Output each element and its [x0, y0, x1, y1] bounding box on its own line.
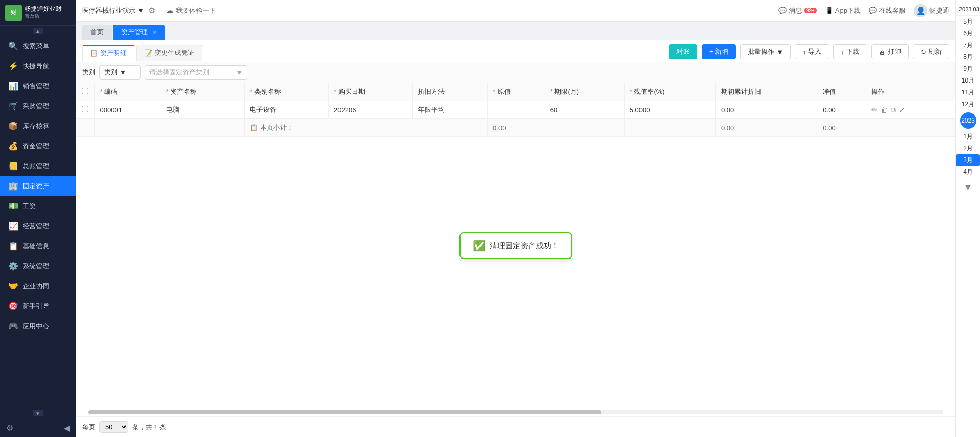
sidebar-item-label: 企业协同 [23, 282, 49, 291]
feedback-button[interactable]: ☁ 我要体验一下 [166, 6, 216, 15]
more-icon[interactable]: ⤢ [899, 106, 905, 114]
scrollbar-thumb [88, 410, 601, 414]
prev-month-6[interactable]: 6月 [956, 28, 980, 39]
sidebar-item-label: 工资 [23, 202, 36, 211]
reconcile-button[interactable]: 对账 [669, 44, 697, 59]
subtotal-empty-code [94, 119, 161, 137]
app-download-button[interactable]: 📱 App下载 [825, 6, 861, 15]
logo-icon: 财 [5, 5, 22, 21]
subtotal-empty-residual [624, 119, 715, 137]
row-checkbox[interactable] [82, 106, 88, 112]
sidebar-scroll-up[interactable]: ▲ [0, 26, 76, 36]
tab-asset-mgmt[interactable]: 资产管理 × [113, 25, 165, 40]
subtotal-empty-check [76, 119, 94, 137]
sidebar-item-operations[interactable]: 📈 经营管理 [0, 216, 76, 236]
panel-down-arrow[interactable]: ▼ [964, 182, 973, 193]
search-icon: 🔍 [8, 41, 18, 51]
sub-tab-asset-detail[interactable]: 📋 资产明细 [82, 45, 134, 62]
print-label: 打印 [888, 47, 901, 56]
sidebar-item-fixed-assets[interactable]: 🏢 固定资产 [0, 176, 76, 196]
header-period: * 期限(月) [545, 83, 624, 101]
header-residual-rate: * 残值率(%) [624, 83, 715, 101]
table-row: 000001 电脑 电子设备 202206 年限平均 60 5.0000 0.0… [76, 101, 955, 119]
sub-tab-bar: 📋 资产明细 📝 变更生成凭证 对账 + 新增 批量操作 ▼ ↑ 导入 [76, 40, 955, 62]
prev-month-7[interactable]: 7月 [956, 39, 980, 51]
category-filter-select[interactable]: 类别 ▼ [99, 65, 141, 80]
subtotal-label: 本页小计： [260, 124, 293, 131]
prev-month-11[interactable]: 11月 [956, 87, 980, 98]
online-service-button[interactable]: 💬 在线客服 [869, 6, 906, 15]
header-name: * 资产名称 [161, 83, 245, 101]
user-menu[interactable]: 👤 畅捷通 [914, 4, 949, 17]
header-purchase-date: * 购买日期 [329, 83, 413, 101]
curr-month-4[interactable]: 4月 [956, 166, 980, 178]
sub-tab-voucher-label: 变更生成凭证 [154, 48, 194, 57]
dropdown-icon: ▼ [137, 7, 144, 14]
messages-button[interactable]: 💬 消息 99+ [778, 6, 817, 15]
sidebar: 财 畅捷通好业财 普及版 ▲ 🔍 搜索菜单 ⚡ 快捷导航 📊 销售管理 🛒 采购… [0, 0, 76, 437]
scroll-up-btn[interactable]: ▲ [33, 28, 43, 34]
feedback-icon: ☁ [166, 6, 174, 15]
prev-month-9[interactable]: 9月 [956, 63, 980, 75]
sidebar-item-quick-nav[interactable]: ⚡ 快捷导航 [0, 56, 76, 76]
download-button[interactable]: ↓ 下载 [833, 44, 868, 59]
settings-gear-icon[interactable]: ⚙ [148, 6, 155, 15]
per-page-select[interactable]: 50 10 20 100 [99, 421, 128, 433]
print-button[interactable]: 🖨 打印 [871, 44, 909, 59]
sidebar-scroll-down[interactable]: ▼ [0, 408, 76, 419]
tab-close-icon[interactable]: × [153, 28, 157, 36]
settings-icon[interactable]: ⚙ [6, 423, 13, 433]
tab-home[interactable]: 首页 [82, 25, 112, 40]
top-header: 医疗器械行业演示 ▼ ⚙ ☁ 我要体验一下 💬 消息 99+ 📱 App下载 💬… [76, 0, 955, 22]
company-selector[interactable]: 医疗器械行业演示 ▼ [82, 6, 144, 15]
delete-icon[interactable]: 🗑 [881, 106, 888, 114]
sidebar-item-purchase[interactable]: 🛒 采购管理 [0, 96, 76, 116]
operations-icon: 📈 [8, 221, 18, 231]
sidebar-item-system[interactable]: ⚙️ 系统管理 [0, 256, 76, 276]
messages-label: 消息 [789, 6, 802, 15]
import-button[interactable]: ↑ 导入 [795, 44, 829, 59]
curr-month-1[interactable]: 1月 [956, 131, 980, 143]
sidebar-item-app-center[interactable]: 🎮 应用中心 [0, 316, 76, 336]
curr-month-3[interactable]: 3月 [956, 154, 980, 166]
sub-tab-change-voucher[interactable]: 📝 变更生成凭证 [136, 45, 202, 61]
sidebar-item-capital[interactable]: 💰 资金管理 [0, 136, 76, 156]
sidebar-item-search[interactable]: 🔍 搜索菜单 [0, 36, 76, 56]
input-dropdown-icon: ▼ [236, 69, 243, 76]
sidebar-item-basic-info[interactable]: 📋 基础信息 [0, 236, 76, 256]
batch-dropdown-icon: ▼ [776, 48, 783, 56]
new-button[interactable]: + 新增 [702, 44, 736, 59]
sidebar-item-label: 总账管理 [23, 162, 49, 171]
messages-icon: 💬 [778, 7, 787, 14]
scroll-down-btn[interactable]: ▼ [33, 410, 43, 416]
sidebar-item-enterprise[interactable]: 🤝 企业协同 [0, 276, 76, 296]
prev-month-5[interactable]: 5月 [956, 16, 980, 28]
category-input[interactable]: 请选择固定资产类别 ▼ [145, 65, 247, 80]
sidebar-item-payroll[interactable]: 💵 工资 [0, 196, 76, 216]
prev-month-12[interactable]: 12月 [956, 98, 980, 110]
download-label: 下载 [846, 47, 859, 56]
sidebar-item-inventory[interactable]: 📦 库存核算 [0, 116, 76, 136]
select-all-checkbox[interactable] [82, 88, 88, 94]
service-icon: 💬 [869, 7, 877, 14]
logo-sub: 普及版 [25, 13, 62, 20]
batch-button[interactable]: 批量操作 ▼ [740, 44, 791, 59]
tab-bar: 首页 资产管理 × [76, 22, 955, 40]
row-action-buttons: ✏ 🗑 ⧉ ⤢ [871, 106, 950, 114]
subtotal-empty-period [545, 119, 624, 137]
horizontal-scrollbar[interactable] [88, 410, 943, 414]
refresh-button[interactable]: ↻ 刷新 [913, 44, 949, 59]
feedback-label: 我要体验一下 [176, 6, 216, 15]
prev-month-8[interactable]: 8月 [956, 51, 980, 63]
sidebar-item-guide[interactable]: 🎯 新手引导 [0, 296, 76, 316]
collapse-icon[interactable]: ◀ [64, 423, 70, 433]
edit-icon[interactable]: ✏ [871, 106, 877, 114]
copy-icon[interactable]: ⧉ [891, 106, 896, 114]
curr-month-2[interactable]: 2月 [956, 143, 980, 154]
header-initial-accumulated: 期初累计折旧 [715, 83, 817, 101]
sidebar-bottom: ⚙ ◀ [0, 419, 76, 437]
sidebar-item-ledger[interactable]: 📒 总账管理 [0, 156, 76, 176]
year-badge[interactable]: 2023 [960, 112, 976, 129]
prev-month-10[interactable]: 10月 [956, 75, 980, 87]
sidebar-item-sales[interactable]: 📊 销售管理 [0, 76, 76, 96]
